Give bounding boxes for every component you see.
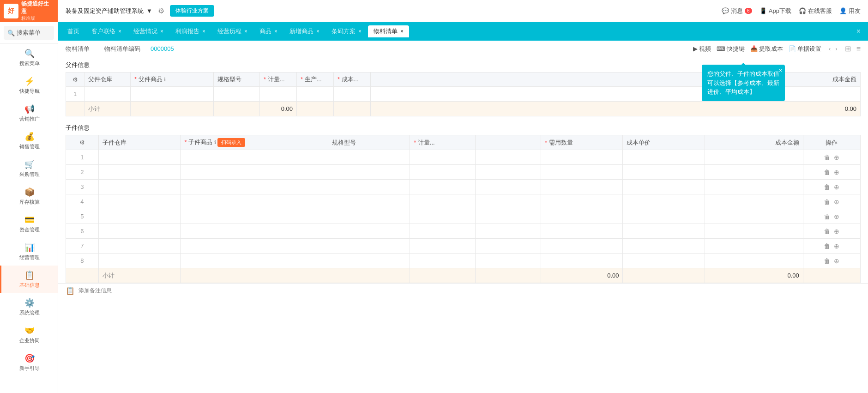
notes-text[interactable]: 添加备注信息 bbox=[78, 287, 112, 295]
prev-arrow-icon[interactable]: ‹ bbox=[827, 44, 832, 53]
delete-row-4-button[interactable]: 🗑 bbox=[823, 197, 831, 206]
parent-product-info-icon[interactable]: ℹ bbox=[164, 77, 166, 82]
grid-view-icon[interactable]: ⊞ bbox=[845, 44, 851, 53]
nav-tab-经营历程[interactable]: 经营历程× bbox=[212, 25, 253, 37]
tab-close-icon[interactable]: × bbox=[316, 28, 319, 35]
child-unit-cost-cell-1[interactable] bbox=[623, 150, 705, 165]
delete-row-8-button[interactable]: 🗑 bbox=[823, 256, 831, 266]
child-unit-cell-5[interactable] bbox=[410, 209, 476, 224]
child-warehouse-cell-7[interactable] bbox=[98, 239, 180, 254]
shortcut-action[interactable]: ⌨ 快捷键 bbox=[717, 45, 745, 53]
list-view-icon[interactable]: ≡ bbox=[856, 45, 861, 53]
copy-row-7-button[interactable]: ⊕ bbox=[833, 242, 840, 251]
sidebar-item-system[interactable]: ⚙️ 系统管理 bbox=[0, 293, 58, 321]
sidebar-item-sales[interactable]: 💰 销售管理 bbox=[0, 127, 58, 155]
child-unit-cell-8[interactable] bbox=[410, 254, 476, 268]
copy-row-3-button[interactable]: ⊕ bbox=[833, 182, 840, 192]
nav-tab-客户联络[interactable]: 客户联络× bbox=[86, 25, 127, 37]
child-unit-cost-cell-3[interactable] bbox=[623, 180, 705, 194]
parent-spec-cell[interactable] bbox=[214, 87, 260, 102]
child-qty-cell-4[interactable] bbox=[541, 194, 623, 209]
child-unit-cost-cell-4[interactable] bbox=[623, 194, 705, 209]
nav-tab-物料清单[interactable]: 物料清单× bbox=[368, 25, 409, 37]
child-product-cell-6[interactable] bbox=[181, 224, 328, 239]
child-product-cell-7[interactable] bbox=[181, 239, 328, 254]
sidebar-item-operations[interactable]: 📊 经营管理 bbox=[0, 238, 58, 266]
nav-tab-新增商品[interactable]: 新增商品× bbox=[284, 25, 325, 37]
delete-row-2-button[interactable]: 🗑 bbox=[823, 168, 831, 177]
copy-row-4-button[interactable]: ⊕ bbox=[833, 197, 840, 206]
dropdown-arrow-icon[interactable]: ▼ bbox=[146, 7, 152, 14]
child-spec-cell-1[interactable] bbox=[328, 150, 410, 165]
tab-close-icon[interactable]: × bbox=[160, 28, 163, 35]
close-all-tabs-icon[interactable]: × bbox=[853, 27, 864, 36]
delete-row-6-button[interactable]: 🗑 bbox=[823, 227, 831, 236]
child-qty-cell-3[interactable] bbox=[541, 180, 623, 194]
child-unit-cost-cell-2[interactable] bbox=[623, 165, 705, 180]
tab-close-icon[interactable]: × bbox=[244, 28, 247, 35]
copy-row-1-button[interactable]: ⊕ bbox=[833, 153, 840, 162]
child-spec-cell-6[interactable] bbox=[328, 224, 410, 239]
child-unit-cost-cell-7[interactable] bbox=[623, 239, 705, 254]
child-product-cell-4[interactable] bbox=[181, 194, 328, 209]
sidebar-item-marketing[interactable]: 📢 营销推广 bbox=[0, 99, 58, 127]
child-product-cell-8[interactable] bbox=[181, 254, 328, 268]
settings-gear-icon[interactable]: ⚙ bbox=[158, 6, 164, 15]
child-spec-cell-2[interactable] bbox=[328, 165, 410, 180]
nav-tab-条码方案[interactable]: 条码方案× bbox=[326, 25, 367, 37]
scan-input-button[interactable]: 扫码录入 bbox=[217, 138, 245, 147]
child-unit-cost-cell-8[interactable] bbox=[623, 254, 705, 268]
child-unit-cell-3[interactable] bbox=[410, 180, 476, 194]
child-qty-cell-6[interactable] bbox=[541, 224, 623, 239]
sidebar-item-purchase[interactable]: 🛒 采购管理 bbox=[0, 155, 58, 182]
child-product-cell-1[interactable] bbox=[181, 150, 328, 165]
copy-row-2-button[interactable]: ⊕ bbox=[833, 168, 840, 177]
child-warehouse-cell-4[interactable] bbox=[98, 194, 180, 209]
sidebar-item-quick-nav[interactable]: ⚡ 快捷导航 bbox=[0, 72, 58, 99]
user-menu[interactable]: 👤 用友 bbox=[839, 7, 861, 15]
tab-close-icon[interactable]: × bbox=[358, 28, 362, 35]
sidebar-item-guide[interactable]: 🎯 新手引导 bbox=[0, 349, 58, 376]
single-settings-action[interactable]: 📄 单据设置 bbox=[789, 45, 821, 53]
child-warehouse-cell-5[interactable] bbox=[98, 209, 180, 224]
child-product-cell-5[interactable] bbox=[181, 209, 328, 224]
parent-cost-cell[interactable] bbox=[334, 87, 371, 102]
sidebar-item-inventory[interactable]: 📦 库存核算 bbox=[0, 182, 58, 210]
extract-cost-action[interactable]: 📥 提取成本 bbox=[750, 45, 783, 53]
copy-row-5-button[interactable]: ⊕ bbox=[833, 212, 840, 221]
child-spec-cell-3[interactable] bbox=[328, 180, 410, 194]
child-spec-cell-4[interactable] bbox=[328, 194, 410, 209]
child-product-cell-2[interactable] bbox=[181, 165, 328, 180]
tooltip-close-button[interactable]: × bbox=[779, 67, 782, 75]
delete-row-3-button[interactable]: 🗑 bbox=[823, 182, 831, 192]
child-warehouse-cell-1[interactable] bbox=[98, 150, 180, 165]
parent-th-settings[interactable]: ⚙ bbox=[66, 73, 84, 87]
parent-unit-cell[interactable] bbox=[260, 87, 297, 102]
child-qty-cell-5[interactable] bbox=[541, 209, 623, 224]
tab-close-icon[interactable]: × bbox=[274, 28, 277, 35]
nav-tab-利润报告[interactable]: 利润报告× bbox=[170, 25, 211, 37]
child-qty-cell-1[interactable] bbox=[541, 150, 623, 165]
view-action[interactable]: ▶ 视频 bbox=[693, 45, 711, 53]
search-menu-button[interactable]: 🔍 搜索菜单 bbox=[4, 26, 54, 40]
message-button[interactable]: 💬 消息 6 bbox=[722, 7, 752, 15]
child-unit-cost-cell-5[interactable] bbox=[623, 209, 705, 224]
child-spec-cell-5[interactable] bbox=[328, 209, 410, 224]
copy-row-6-button[interactable]: ⊕ bbox=[833, 227, 840, 236]
child-th-settings[interactable]: ⚙ bbox=[66, 135, 99, 150]
child-qty-cell-7[interactable] bbox=[541, 239, 623, 254]
child-unit-cell-2[interactable] bbox=[410, 165, 476, 180]
app-download-button[interactable]: 📱 App下载 bbox=[760, 7, 791, 15]
parent-production-cell[interactable] bbox=[297, 87, 334, 102]
child-product-info-icon[interactable]: ℹ bbox=[214, 139, 216, 145]
child-unit-cell-6[interactable] bbox=[410, 224, 476, 239]
sidebar-item-basic-info[interactable]: 📋 基础信息 bbox=[0, 266, 58, 293]
nav-tab-商品[interactable]: 商品× bbox=[254, 25, 283, 37]
tab-close-icon[interactable]: × bbox=[400, 28, 404, 35]
sidebar-item-search[interactable]: 🔍 搜索菜单 bbox=[0, 44, 58, 72]
trial-button[interactable]: 体验行业方案 bbox=[170, 5, 214, 17]
online-service-button[interactable]: 🎧 在线客服 bbox=[799, 7, 832, 15]
child-warehouse-cell-6[interactable] bbox=[98, 224, 180, 239]
child-warehouse-cell-3[interactable] bbox=[98, 180, 180, 194]
child-spec-cell-8[interactable] bbox=[328, 254, 410, 268]
